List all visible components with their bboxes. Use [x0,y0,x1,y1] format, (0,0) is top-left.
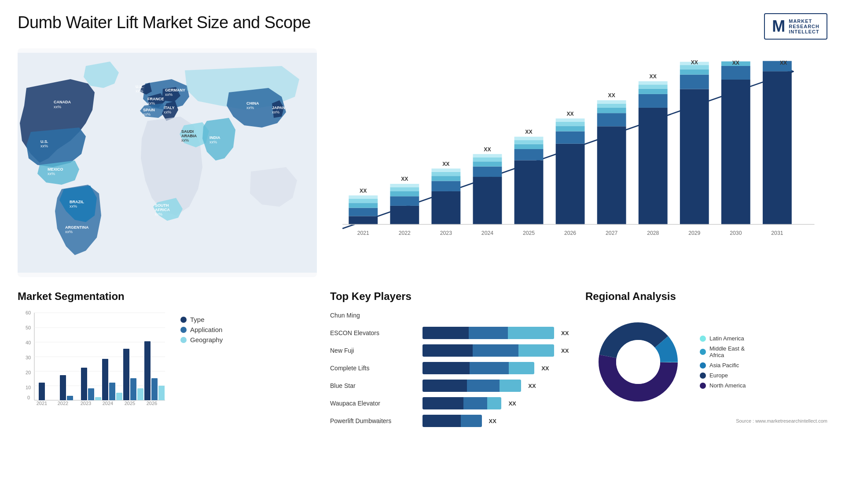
svg-text:60: 60 [26,310,31,315]
svg-rect-123 [39,383,45,400]
svg-rect-88 [639,81,668,85]
main-grid: CANADA xx% U.S. xx% MEXICO xx% BRAZIL xx… [18,48,827,281]
player-row-blue-star: Blue Star XX [330,380,572,392]
geography-dot [180,337,187,343]
svg-text:CANADA: CANADA [54,100,71,104]
svg-rect-65 [514,144,544,149]
svg-rect-38 [349,199,378,203]
svg-rect-44 [390,191,419,196]
legend-geography: Geography [180,336,223,343]
asia-pacific-dot [700,362,706,369]
svg-text:BRAZIL: BRAZIL [70,200,84,204]
svg-rect-53 [431,168,460,172]
svg-rect-39 [349,195,378,199]
svg-text:MEXICO: MEXICO [48,167,63,172]
svg-rect-58 [473,161,502,166]
player-row-escon: ESCON Elevators XX [330,327,572,339]
svg-rect-73 [556,122,585,126]
svg-text:SOUTH: SOUTH [155,203,169,208]
svg-rect-46 [390,184,419,187]
svg-text:2026: 2026 [564,230,576,236]
svg-rect-92 [680,75,709,89]
svg-text:2025: 2025 [523,230,535,236]
svg-text:50: 50 [26,325,31,330]
svg-text:xx%: xx% [181,138,189,142]
svg-text:AFRICA: AFRICA [155,208,170,212]
donut-chart [585,309,691,415]
middle-east-africa-dot [700,349,706,355]
svg-text:2029: 2029 [688,230,700,236]
player-bar-fuji [422,344,554,357]
growth-chart-svg: XX 2021 XX 2022 XX 2023 [330,53,819,259]
svg-rect-57 [473,167,502,177]
svg-text:ITALY: ITALY [164,106,175,110]
player-row-chun-ming: Chun Ming [330,309,572,321]
svg-rect-103 [763,71,792,224]
svg-text:XX: XX [691,59,698,66]
svg-rect-56 [473,177,502,224]
svg-rect-85 [639,94,668,108]
svg-text:2023: 2023 [81,401,91,406]
svg-text:xx%: xx% [165,92,173,97]
svg-text:2025: 2025 [125,401,135,406]
svg-text:2024: 2024 [103,401,113,406]
svg-text:xx%: xx% [40,144,48,148]
svg-text:2022: 2022 [399,230,411,236]
player-xx-fuji: XX [561,347,572,354]
svg-rect-137 [158,386,165,400]
player-name-escon: ESCON Elevators [330,329,418,336]
svg-text:xx%: xx% [65,230,73,234]
svg-rect-72 [556,126,585,131]
svg-text:2026: 2026 [147,401,157,406]
north-america-label: North America [709,382,746,389]
svg-rect-74 [556,118,585,122]
svg-text:xx%: xx% [209,140,217,144]
svg-rect-79 [597,108,626,113]
svg-rect-77 [597,126,626,224]
regional-title: Regional Analysis [585,290,827,303]
legend-latin-america: Latin America [700,335,746,342]
svg-text:XX: XX [442,161,450,167]
svg-rect-136 [151,378,158,400]
svg-rect-133 [130,378,136,400]
svg-text:xx%: xx% [70,204,77,208]
svg-rect-125 [67,396,73,400]
svg-rect-93 [680,69,709,74]
svg-text:xx%: xx% [246,106,254,110]
middle-east-africa-label: Middle East &Africa [709,345,745,358]
svg-text:XX: XX [360,188,367,194]
logo-letter: M [772,18,785,34]
svg-rect-35 [349,216,378,224]
svg-rect-64 [514,149,544,160]
svg-point-149 [616,340,660,384]
svg-rect-37 [349,203,378,208]
svg-text:xx%: xx% [143,112,151,117]
legend-north-america: North America [700,382,746,389]
svg-rect-86 [639,89,668,94]
svg-rect-134 [137,388,143,400]
svg-rect-42 [390,206,419,224]
svg-text:INDIA: INDIA [209,135,220,140]
logo-line3: INTELLECT [789,29,819,34]
player-name-powerlift: Powerlift Dumbwaiters [330,417,418,424]
svg-rect-52 [431,172,460,176]
svg-rect-45 [390,187,419,191]
bottom-grid: Market Segmentation 60 50 40 30 20 10 0 [18,286,827,437]
svg-rect-63 [514,160,544,224]
player-bar-waupaca [422,397,501,409]
regional-legend: Latin America Middle East &Africa Asia P… [700,335,746,389]
svg-rect-50 [431,181,460,191]
player-name-blue-star: Blue Star [330,382,418,389]
svg-rect-104 [763,61,792,72]
player-row-complete-lifts: Complete Lifts XX [330,362,572,374]
north-america-dot [700,383,706,389]
svg-rect-132 [123,349,129,400]
svg-text:2031: 2031 [771,230,783,236]
svg-rect-99 [721,66,750,80]
svg-text:U.S.: U.S. [40,139,48,144]
asia-pacific-label: Asia Pacific [709,362,739,369]
svg-text:40: 40 [26,340,31,345]
bar-chart-section: XX 2021 XX 2022 XX 2023 [330,48,827,277]
type-label: Type [190,316,205,323]
svg-rect-129 [102,359,108,400]
